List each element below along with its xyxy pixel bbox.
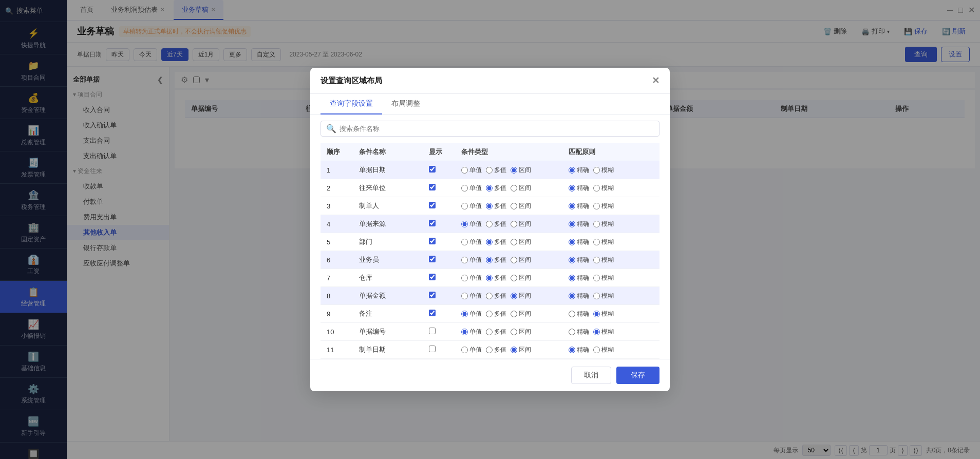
cond-type-range-radio[interactable]	[511, 239, 517, 245]
match-exact-radio[interactable]	[569, 185, 575, 192]
cond-type-multi-label[interactable]: 多值	[486, 310, 506, 318]
show-checkbox[interactable]	[429, 238, 436, 244]
cond-type-range-radio[interactable]	[511, 329, 517, 335]
match-fuzzy-radio[interactable]	[593, 221, 600, 227]
cond-type-range-label[interactable]: 区间	[511, 346, 531, 354]
cond-type-single-radio[interactable]	[461, 347, 468, 353]
modal-close-button[interactable]: ✕	[652, 75, 659, 86]
match-fuzzy-radio[interactable]	[593, 311, 600, 317]
cond-type-single-radio[interactable]	[461, 239, 468, 245]
match-fuzzy-label[interactable]: 模糊	[593, 166, 614, 175]
cond-type-single-radio[interactable]	[461, 275, 468, 281]
cond-type-range-radio[interactable]	[511, 185, 517, 192]
cond-type-single-radio[interactable]	[461, 203, 468, 209]
cond-type-single-radio[interactable]	[461, 221, 468, 227]
cond-type-multi-label[interactable]: 多值	[486, 346, 506, 354]
match-exact-label[interactable]: 精确	[569, 292, 589, 300]
match-fuzzy-radio[interactable]	[593, 293, 600, 299]
show-checkbox[interactable]	[429, 346, 436, 352]
match-fuzzy-radio[interactable]	[593, 347, 600, 353]
match-exact-radio[interactable]	[569, 329, 575, 335]
cond-type-range-label[interactable]: 区间	[511, 184, 531, 193]
cond-type-range-label[interactable]: 区间	[511, 274, 531, 282]
match-exact-radio[interactable]	[569, 203, 575, 209]
cond-type-single-label[interactable]: 单值	[461, 274, 482, 282]
cond-type-range-radio[interactable]	[511, 167, 517, 174]
match-fuzzy-label[interactable]: 模糊	[593, 274, 614, 282]
cond-type-single-label[interactable]: 单值	[461, 166, 482, 175]
cond-type-multi-radio[interactable]	[486, 167, 493, 174]
match-fuzzy-label[interactable]: 模糊	[593, 310, 614, 318]
cond-type-multi-label[interactable]: 多值	[486, 184, 506, 193]
show-checkbox[interactable]	[429, 166, 436, 173]
cond-type-single-radio[interactable]	[461, 311, 468, 317]
match-fuzzy-label[interactable]: 模糊	[593, 184, 614, 193]
cond-type-multi-radio[interactable]	[486, 275, 493, 281]
match-exact-radio[interactable]	[569, 221, 575, 227]
cond-type-single-label[interactable]: 单值	[461, 292, 482, 300]
match-exact-radio[interactable]	[569, 167, 575, 174]
match-fuzzy-radio[interactable]	[593, 203, 600, 209]
match-exact-label[interactable]: 精确	[569, 310, 589, 318]
match-exact-label[interactable]: 精确	[569, 202, 589, 211]
show-checkbox[interactable]	[429, 256, 436, 262]
cond-type-multi-label[interactable]: 多值	[486, 202, 506, 211]
match-exact-radio[interactable]	[569, 257, 575, 263]
cond-type-multi-radio[interactable]	[486, 293, 493, 299]
cond-type-range-label[interactable]: 区间	[511, 202, 531, 211]
cond-type-range-radio[interactable]	[511, 311, 517, 317]
match-fuzzy-label[interactable]: 模糊	[593, 202, 614, 211]
modal-cancel-button[interactable]: 取消	[571, 367, 611, 384]
cond-type-multi-label[interactable]: 多值	[486, 256, 506, 264]
match-fuzzy-radio[interactable]	[593, 185, 600, 192]
cond-type-range-radio[interactable]	[511, 203, 517, 209]
show-checkbox[interactable]	[429, 328, 436, 334]
cond-type-multi-radio[interactable]	[486, 329, 493, 335]
match-fuzzy-label[interactable]: 模糊	[593, 292, 614, 300]
cond-type-range-label[interactable]: 区间	[511, 328, 531, 336]
cond-type-multi-radio[interactable]	[486, 221, 493, 227]
cond-type-single-radio[interactable]	[461, 167, 468, 174]
cond-type-multi-label[interactable]: 多值	[486, 292, 506, 300]
match-exact-label[interactable]: 精确	[569, 220, 589, 228]
match-fuzzy-radio[interactable]	[593, 239, 600, 245]
match-exact-radio[interactable]	[569, 347, 575, 353]
show-checkbox[interactable]	[429, 202, 436, 208]
match-exact-label[interactable]: 精确	[569, 274, 589, 282]
cond-type-single-label[interactable]: 单值	[461, 220, 482, 228]
cond-type-range-label[interactable]: 区间	[511, 292, 531, 300]
cond-type-range-label[interactable]: 区间	[511, 166, 531, 175]
cond-type-single-label[interactable]: 单值	[461, 328, 482, 336]
match-fuzzy-label[interactable]: 模糊	[593, 346, 614, 354]
match-exact-label[interactable]: 精确	[569, 256, 589, 264]
cond-type-multi-radio[interactable]	[486, 347, 493, 353]
match-exact-label[interactable]: 精确	[569, 346, 589, 354]
match-exact-radio[interactable]	[569, 275, 575, 281]
cond-type-multi-radio[interactable]	[486, 257, 493, 263]
show-checkbox[interactable]	[429, 292, 436, 298]
match-fuzzy-label[interactable]: 模糊	[593, 256, 614, 264]
cond-type-range-radio[interactable]	[511, 293, 517, 299]
cond-type-multi-label[interactable]: 多值	[486, 166, 506, 175]
match-exact-label[interactable]: 精确	[569, 184, 589, 193]
cond-type-range-radio[interactable]	[511, 347, 517, 353]
cond-type-single-label[interactable]: 单值	[461, 256, 482, 264]
cond-type-single-radio[interactable]	[461, 329, 468, 335]
match-exact-label[interactable]: 精确	[569, 238, 589, 246]
cond-type-multi-radio[interactable]	[486, 311, 493, 317]
cond-type-range-label[interactable]: 区间	[511, 310, 531, 318]
match-exact-radio[interactable]	[569, 311, 575, 317]
match-fuzzy-radio[interactable]	[593, 257, 600, 263]
match-exact-label[interactable]: 精确	[569, 166, 589, 175]
modal-tab-layout-adjust[interactable]: 布局调整	[382, 94, 429, 114]
match-exact-radio[interactable]	[569, 239, 575, 245]
match-fuzzy-label[interactable]: 模糊	[593, 328, 614, 336]
cond-type-single-label[interactable]: 单值	[461, 184, 482, 193]
cond-type-single-radio[interactable]	[461, 293, 468, 299]
modal-save-button[interactable]: 保存	[616, 367, 659, 384]
cond-type-multi-radio[interactable]	[486, 185, 493, 192]
match-fuzzy-label[interactable]: 模糊	[593, 220, 614, 228]
cond-type-range-label[interactable]: 区间	[511, 220, 531, 228]
cond-type-multi-radio[interactable]	[486, 239, 493, 245]
show-checkbox[interactable]	[429, 184, 436, 190]
